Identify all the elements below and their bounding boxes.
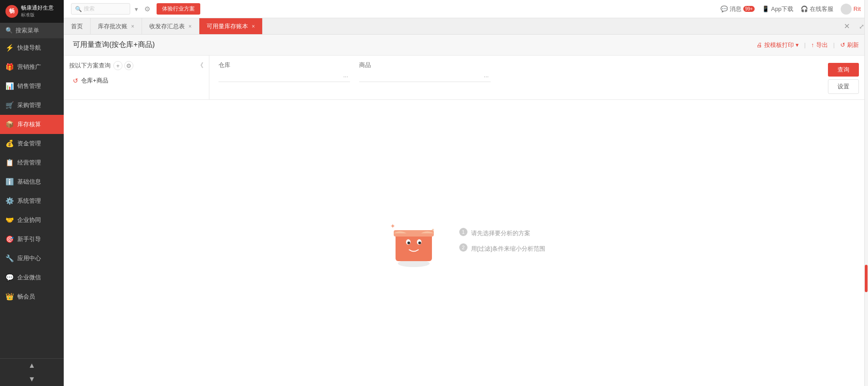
sidebar-logo: 畅 畅康通好生意 标准版	[0, 0, 64, 23]
tab-summary[interactable]: 收发存汇总表 ×	[142, 18, 199, 34]
sidebar-scroll-up[interactable]: ▲	[0, 359, 64, 372]
wechat-icon: 💬	[5, 273, 14, 282]
goods-more-icon[interactable]: ···	[482, 73, 491, 80]
topbar-service[interactable]: 🎧 在线客服	[801, 5, 833, 13]
sidebar-item-label: 应用中心	[17, 254, 41, 262]
refresh-button[interactable]: ↺ 刷新	[840, 41, 859, 49]
svg-text:✦: ✦	[390, 222, 396, 230]
collapse-sidebar-icon[interactable]: 《	[197, 62, 203, 70]
print-template-button[interactable]: 🖨 按模板打印 ▾	[756, 41, 799, 49]
sidebar-item-label: 经营管理	[17, 159, 41, 167]
svg-rect-1	[396, 234, 432, 261]
sidebar-item-sales[interactable]: 📊 销售管理	[0, 77, 64, 96]
message-icon: 💬	[721, 5, 728, 12]
tab-close-all-button[interactable]: ✕	[838, 22, 855, 31]
sidebar-item-newuser[interactable]: 🎯 新手引导	[0, 230, 64, 249]
sidebar-search-label: 搜索菜单	[15, 26, 39, 35]
svg-text:✦: ✦	[431, 227, 435, 232]
empty-illustration: ✦ ✦	[386, 216, 441, 270]
warehouse-input[interactable]	[218, 71, 341, 82]
topbar-right: 💬 消息 99+ 📱 App下载 🎧 在线客服 Rit	[721, 4, 861, 15]
user-avatar	[841, 4, 852, 15]
sidebar-item-basics[interactable]: ℹ️ 基础信息	[0, 172, 64, 191]
step-1-label: 请先选择要分析的方案	[471, 227, 530, 239]
topbar-dropdown-arrow[interactable]: ▾	[135, 5, 138, 13]
scrollbar-thumb[interactable]	[865, 265, 868, 292]
export-icon: ↑	[811, 41, 814, 48]
tab-home-label: 首页	[71, 22, 83, 31]
sidebar-item-label: 营销推广	[17, 63, 41, 71]
sidebar-search[interactable]: 🔍 搜索菜单	[0, 23, 64, 38]
sidebar-item-purchase[interactable]: 🛒 采购管理	[0, 96, 64, 115]
sidebar-item-label: 销售管理	[17, 82, 41, 90]
newuser-icon: 🎯	[5, 235, 14, 243]
step-1-num: 1	[459, 228, 467, 236]
topbar-gear-icon[interactable]: ⚙	[142, 4, 152, 14]
search-icon: 🔍	[75, 6, 82, 12]
sidebar-item-operations[interactable]: 📋 经营管理	[0, 153, 64, 172]
trial-button[interactable]: 体验行业方案	[157, 3, 200, 15]
tab-available[interactable]: 可用量库存账本 ×	[199, 18, 263, 34]
basics-icon: ℹ️	[5, 178, 14, 186]
sidebar-item-appcenter[interactable]: 🔧 应用中心	[0, 249, 64, 268]
goods-input[interactable]	[359, 71, 482, 82]
sidebar-item-label: 采购管理	[17, 101, 41, 109]
member-icon: 👑	[5, 293, 14, 301]
topbar-app-download[interactable]: 📱 App下载	[762, 5, 793, 13]
query-sidebar-header: 按以下方案查询 + ⚙ 《	[69, 61, 203, 70]
warehouse-field: 仓库 ···	[218, 61, 350, 82]
sidebar-item-system[interactable]: ⚙️ 系统管理	[0, 191, 64, 211]
topbar-user[interactable]: Rit	[841, 4, 861, 15]
tab-batch[interactable]: 库存批次账 ×	[91, 18, 142, 34]
warehouse-label: 仓库	[218, 61, 350, 69]
sidebar-item-label: 库存核算	[17, 120, 41, 129]
sidebar-item-marketing[interactable]: 🎁 营销推广	[0, 57, 64, 77]
export-label: 导出	[816, 41, 828, 49]
tab-home[interactable]: 首页	[64, 18, 91, 34]
empty-step-1: 1 请先选择要分析的方案	[459, 227, 545, 239]
query-sidebar-actions: + ⚙	[113, 61, 133, 70]
page-title: 可用量查询(按仓库+商品)	[73, 40, 155, 50]
purchase-icon: 🛒	[5, 101, 14, 109]
sidebar-scroll-down[interactable]: ▼	[0, 372, 64, 386]
sidebar-item-member[interactable]: 👑 畅会员	[0, 287, 64, 306]
tab-summary-close[interactable]: ×	[188, 23, 192, 30]
scheme-icon: ↺	[73, 77, 78, 84]
logo-icon: 畅	[5, 5, 18, 18]
refresh-icon: ↺	[840, 41, 845, 48]
tab-available-close[interactable]: ×	[252, 23, 255, 30]
step-2-label: 用[过滤]条件来缩小分析范围	[471, 243, 545, 255]
print-label: 按模板打印	[764, 41, 794, 49]
sidebar-item-finance[interactable]: 💰 资金管理	[0, 134, 64, 153]
right-scrollbar[interactable]	[864, 0, 868, 386]
sidebar-item-inventory[interactable]: 📦 库存核算	[0, 115, 64, 134]
topbar-search-box[interactable]: 🔍 搜索	[71, 3, 130, 15]
topbar-message[interactable]: 💬 消息 99+	[721, 5, 755, 13]
sidebar-item-quicknav[interactable]: ⚡ 快捷导航	[0, 38, 64, 57]
app-icon: 📱	[762, 5, 769, 12]
export-button[interactable]: ↑ 导出	[811, 41, 828, 49]
tab-available-label: 可用量库存账本	[207, 22, 248, 31]
sidebar-item-label: 企业协同	[17, 216, 41, 224]
sidebar-item-label: 资金管理	[17, 139, 41, 148]
tab-batch-close[interactable]: ×	[131, 23, 134, 30]
app-label: App下载	[771, 5, 793, 13]
inventory-icon: 📦	[5, 120, 14, 129]
sidebar-item-wechat[interactable]: 💬 企业微信	[0, 268, 64, 287]
system-icon: ⚙️	[5, 197, 14, 205]
logo-subtitle: 标准版	[21, 12, 54, 18]
tab-bar: 首页 库存批次账 × 收发存汇总表 × 可用量库存账本 × ✕ ⤢	[64, 18, 868, 35]
sidebar-item-label: 基础信息	[17, 178, 41, 186]
sidebar-item-label: 畅会员	[17, 293, 35, 301]
add-scheme-button[interactable]: +	[113, 61, 122, 70]
empty-state: ✦ ✦ 1 请先选择要分析的方案 2 用[过滤]条件来缩小分析范围	[64, 100, 868, 386]
query-button[interactable]: 查询	[828, 63, 859, 77]
scheme-warehouse-goods[interactable]: ↺ 仓库+商品	[69, 74, 203, 87]
sidebar-item-enterprise[interactable]: 🤝 企业协同	[0, 211, 64, 230]
settings-button[interactable]: 设置	[828, 79, 859, 94]
svg-point-6	[418, 242, 421, 244]
settings-scheme-button[interactable]: ⚙	[124, 61, 133, 70]
finance-icon: 💰	[5, 139, 14, 148]
query-fields: 仓库 ··· 商品 ··· 查询 设置	[209, 56, 868, 99]
warehouse-more-icon[interactable]: ···	[341, 73, 350, 80]
